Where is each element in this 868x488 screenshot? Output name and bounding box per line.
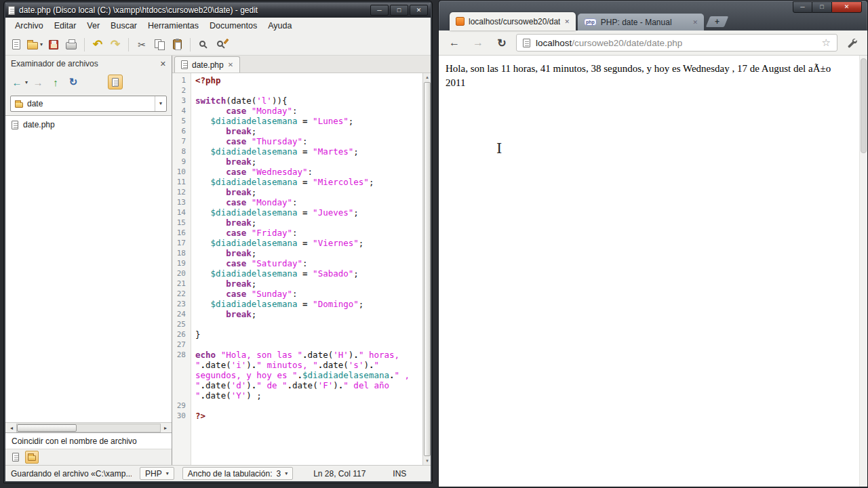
- browser-tab-0[interactable]: localhost/cursoweb20/date✕: [450, 12, 576, 30]
- scroll-right-icon[interactable]: ▸: [161, 424, 170, 432]
- forward-button[interactable]: →: [469, 34, 488, 52]
- new-tab-button[interactable]: +: [706, 16, 728, 27]
- line-number: 4: [172, 106, 191, 116]
- tab-width-selector[interactable]: Ancho de la tabulación: 3 ▾: [182, 467, 293, 480]
- editor-tab[interactable]: date.php ✕: [174, 56, 240, 73]
- code-text: [191, 319, 422, 329]
- language-selector[interactable]: PHP ▾: [140, 467, 174, 480]
- new-document-button[interactable]: [8, 37, 24, 53]
- menu-herramientas[interactable]: Herramientas: [142, 19, 204, 33]
- close-button[interactable]: ✕: [410, 5, 428, 16]
- chrome-frame[interactable]: ─ □ ✕ localhost/cursoweb20/date✕phpPHP: …: [439, 1, 867, 30]
- code-text: $diadiadelasemana = "Sabado";: [191, 268, 422, 279]
- back-button[interactable]: ←: [9, 75, 24, 89]
- code-token: date(: [205, 390, 231, 401]
- scrollbar-thumb[interactable]: [424, 82, 431, 456]
- open-button[interactable]: ▾: [26, 37, 44, 53]
- status-message: Guardando el archivo «C:\xamp...: [11, 469, 132, 479]
- code-line: 19 case "Saturday":: [172, 258, 422, 268]
- up-button[interactable]: ↑: [48, 75, 63, 89]
- file-row[interactable]: date.php: [5, 118, 172, 131]
- code-area[interactable]: 1<?php2 3switch(date('l')){4 case "Monda…: [172, 73, 431, 465]
- code-lines: 1<?php2 3switch(date('l')){4 case "Monda…: [172, 73, 422, 465]
- refresh-button[interactable]: ↻: [66, 75, 81, 89]
- menu-ver[interactable]: Ver: [81, 19, 105, 33]
- filename-filter[interactable]: Coincidir con el nombre de archivo: [5, 432, 172, 449]
- copy-button[interactable]: [151, 37, 167, 53]
- minimize-button[interactable]: ─: [793, 1, 812, 13]
- pencil-icon: [224, 38, 229, 43]
- tab-close-icon[interactable]: ✕: [564, 18, 570, 25]
- browser-tab-1[interactable]: phpPHP: date - Manual✕: [578, 14, 704, 30]
- menu-ayuda[interactable]: Ayuda: [262, 19, 297, 33]
- code-token: .: [201, 360, 206, 370]
- scroll-up-icon[interactable]: ▴: [423, 73, 431, 81]
- save-button[interactable]: [45, 37, 62, 53]
- line-number: 8: [172, 146, 191, 157]
- code-token: $diadiadelasemana: [211, 299, 298, 309]
- minimize-button[interactable]: ─: [370, 5, 389, 16]
- code-line: 22 case "Sunday":: [172, 289, 422, 299]
- code-text: break;: [191, 248, 422, 258]
- reload-button[interactable]: ↻: [492, 34, 511, 52]
- close-button[interactable]: ✕: [831, 1, 862, 13]
- panel-close-icon[interactable]: ✕: [160, 60, 166, 68]
- scrollbar-track[interactable]: [16, 424, 161, 432]
- scroll-down-icon[interactable]: ▾: [423, 457, 431, 465]
- code-token: [195, 197, 226, 207]
- scrollbar-thumb[interactable]: [861, 58, 867, 153]
- menu-archivo[interactable]: Archivo: [9, 19, 49, 33]
- file-list: date.php: [5, 115, 172, 422]
- find-button[interactable]: [195, 37, 212, 53]
- back-history-caret-icon[interactable]: ▾: [25, 79, 28, 85]
- tab-close-icon[interactable]: ✕: [228, 61, 233, 68]
- location-combo[interactable]: date ▾: [10, 96, 167, 112]
- code-token: 'd': [231, 380, 247, 390]
- wrench-menu-button[interactable]: [842, 34, 861, 52]
- horizontal-scrollbar[interactable]: ◂ ▸: [5, 422, 172, 432]
- code-text: [191, 340, 422, 350]
- code-token: "Monday": [252, 106, 292, 116]
- page-scrollbar[interactable]: [859, 56, 867, 487]
- documents-panel-tab[interactable]: [9, 451, 22, 464]
- code-line: 27: [172, 340, 422, 350]
- tab-title: localhost/cursoweb20/date: [469, 17, 560, 26]
- forward-button[interactable]: →: [31, 75, 45, 89]
- location-page-icon: [112, 78, 119, 87]
- line-number: 21: [172, 279, 191, 289]
- file-browser-panel-tab[interactable]: [25, 451, 39, 464]
- code-token: $diadiadelasemana: [211, 146, 298, 157]
- show-location-toggle[interactable]: [108, 75, 123, 89]
- code-token: break: [226, 157, 252, 167]
- code-text: $diadiadelasemana = "Miercoles";: [191, 177, 422, 187]
- tab-close-icon[interactable]: ✕: [692, 19, 698, 26]
- scrollbar-thumb[interactable]: [17, 424, 77, 432]
- code-token: "Lunes": [313, 116, 349, 126]
- chevron-down-icon[interactable]: ▾: [40, 42, 43, 47]
- back-button[interactable]: ←: [445, 34, 464, 52]
- menu-buscar[interactable]: Buscar: [105, 19, 142, 33]
- minimize-icon: ─: [800, 3, 804, 10]
- bookmark-star-icon[interactable]: ☆: [822, 37, 831, 49]
- scroll-left-icon[interactable]: ◂: [7, 424, 16, 432]
- code-line: 21 break;: [172, 279, 422, 289]
- maximize-button[interactable]: □: [390, 5, 408, 16]
- line-number: 14: [172, 207, 191, 218]
- file-icon: [12, 121, 18, 129]
- plus-icon: +: [715, 18, 719, 26]
- gedit-titlebar[interactable]: date.php (Disco local (C:) \xampp\htdocs…: [5, 3, 431, 18]
- paste-button[interactable]: [169, 37, 185, 53]
- forward-icon: →: [33, 77, 43, 88]
- editor-scrollbar[interactable]: ▴ ▾: [422, 73, 431, 465]
- undo-button[interactable]: ↶: [90, 37, 106, 53]
- menu-documentos[interactable]: Documentos: [204, 19, 262, 33]
- menu-editar[interactable]: Editar: [49, 19, 82, 33]
- cut-button[interactable]: ✂: [134, 37, 150, 53]
- paste-icon: [173, 39, 182, 49]
- address-bar[interactable]: localhost/cursoweb20/date/date.php ☆: [516, 34, 837, 52]
- code-token: [195, 116, 211, 126]
- replace-button[interactable]: [213, 37, 229, 53]
- maximize-button[interactable]: □: [812, 1, 831, 13]
- print-button[interactable]: [63, 37, 79, 53]
- redo-button[interactable]: ↷: [107, 37, 123, 53]
